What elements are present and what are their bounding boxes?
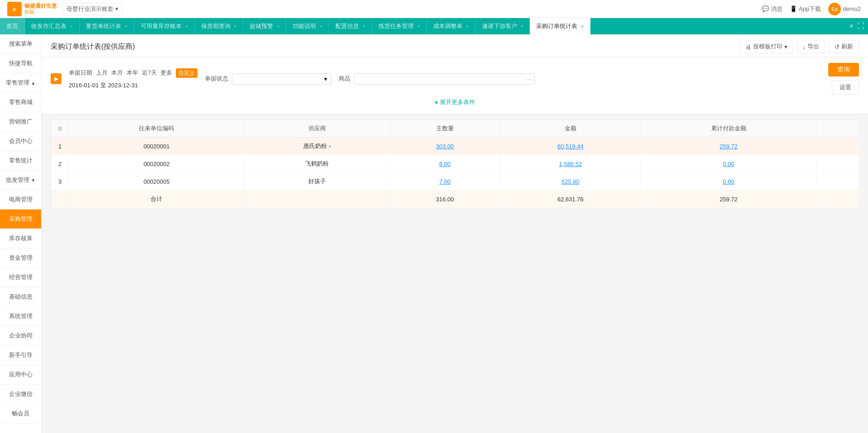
table-header-row: ⚙ 往来单位编码 供应商 主数量 金额 xyxy=(51,120,859,138)
sidebar-item-marketing[interactable]: 营销推广 xyxy=(0,112,41,132)
sidebar-item-member2[interactable]: 畅会员 xyxy=(0,404,41,423)
nav-close-btn[interactable]: × xyxy=(849,22,854,30)
print-icon: 🖨 xyxy=(745,43,751,50)
message-action[interactable]: 💬 消息 xyxy=(762,5,783,13)
page-header: 采购订单统计表(按供应商) 🖨 按模板打印 ▾ ↓ 导出 ↺ 刷新 xyxy=(42,34,868,57)
goods-input-field[interactable] xyxy=(358,76,522,82)
page-title: 采购订单统计表(按供应商) xyxy=(51,42,135,52)
row-3-vendor-code: 00020005 xyxy=(69,173,245,190)
top-bar-right: 💬 消息 📱 App下载 Ea demo2 xyxy=(762,3,861,15)
row-1-vendor-name: 惠氏奶粉 ▾ xyxy=(244,138,390,155)
top-bar: 好 畅捷通好生意 标版 母婴行业演示账套 ▾ 💬 消息 📱 App下载 Ea d… xyxy=(0,0,868,18)
query-button[interactable]: 查询 xyxy=(828,63,859,76)
tab-close-icon[interactable]: × xyxy=(363,24,365,29)
tab-close-active-icon[interactable]: × xyxy=(581,24,584,29)
svg-text:好: 好 xyxy=(12,8,17,12)
table-row: 1 00020001 惠氏奶粉 ▾ 303.00 60,519.44 xyxy=(51,138,859,155)
shortcut-more[interactable]: 更多 xyxy=(160,69,172,77)
sidebar-item-system[interactable]: 系统管理 xyxy=(0,307,41,326)
table-settings-icon[interactable]: ⚙ xyxy=(57,125,63,132)
sidebar-item-quick-nav[interactable]: 快捷导航 xyxy=(0,54,41,73)
sidebar-item-finance[interactable]: 资金管理 xyxy=(0,248,41,268)
tab-close-icon[interactable]: × xyxy=(466,24,469,29)
tab-available-stock[interactable]: 可用量库存账本 × xyxy=(134,18,195,34)
tab-order-summary[interactable]: 要货单统计表 × xyxy=(80,18,134,34)
expand-more-button[interactable]: ▾ 展开更多条件 xyxy=(435,98,475,106)
row-1-no: 1 xyxy=(51,138,69,155)
tab-home[interactable]: 首页 xyxy=(0,18,25,34)
tab-purchase-order-summary[interactable]: 采购订单统计表 × xyxy=(530,18,590,34)
row-1-extra xyxy=(816,138,859,155)
row-2-no: 2 xyxy=(51,155,69,173)
workspace-selector[interactable]: 母婴行业演示账套 ▾ xyxy=(62,3,123,15)
tab-receive-summary[interactable]: 收发存汇总表 × xyxy=(25,18,80,34)
row-1-vendor-code: 00020001 xyxy=(69,138,245,155)
status-select[interactable]: ▾ xyxy=(232,73,331,85)
wholesale-arrow-icon: ▼ xyxy=(31,178,36,183)
tab-expiry-query[interactable]: 保质期查询 × xyxy=(195,18,244,34)
app-icon: 📱 xyxy=(790,5,797,12)
sidebar-item-new-guide[interactable]: 新手引导 xyxy=(0,346,41,365)
tab-close-icon[interactable]: × xyxy=(234,24,237,29)
sidebar-item-purchase[interactable]: 采购管理 xyxy=(0,209,41,229)
tab-close-icon[interactable]: × xyxy=(125,24,127,29)
row-1-qty: 303.00 xyxy=(390,138,500,155)
tab-close-icon[interactable]: × xyxy=(521,24,524,29)
tab-overstock-warning[interactable]: 超储预警 × xyxy=(243,18,286,34)
print-dropdown-icon: ▾ xyxy=(784,43,788,50)
tab-pick-task[interactable]: 拣货任务管理 × xyxy=(372,18,427,34)
shortcut-prev-month[interactable]: 上月 xyxy=(96,69,108,77)
sidebar-item-retail-shop[interactable]: 零售商城 xyxy=(0,93,41,112)
tab-function-desc[interactable]: 功能说明 × xyxy=(286,18,329,34)
sidebar: 搜索菜单 快捷导航 零售管理 ▲ 零售商城 营销推广 会员中心 零售统计 批发管… xyxy=(0,34,42,433)
tab-close-icon[interactable]: × xyxy=(70,24,73,29)
top-bar-left: 好 畅捷通好生意 标版 母婴行业演示账套 ▾ xyxy=(7,2,123,16)
settings-button[interactable]: 设置 xyxy=(832,80,859,95)
row-1-dropdown-icon[interactable]: ▾ xyxy=(329,144,331,149)
goods-input[interactable]: ··· xyxy=(354,73,535,85)
tab-config-info[interactable]: 配置信息 × xyxy=(329,18,372,34)
sidebar-item-retail-manage[interactable]: 零售管理 ▲ xyxy=(0,73,41,93)
tab-close-icon[interactable]: × xyxy=(417,24,420,29)
goods-more-icon[interactable]: ··· xyxy=(526,76,531,82)
refresh-button[interactable]: ↺ 刷新 xyxy=(829,40,859,53)
sidebar-item-enterprise-wechat[interactable]: 企业微信 xyxy=(0,385,41,404)
sidebar-item-wholesale[interactable]: 批发管理 ▼ xyxy=(0,171,41,190)
sidebar-item-ecommerce[interactable]: 电商管理 xyxy=(0,190,41,209)
filter-toggle-button[interactable]: ▶ xyxy=(51,73,61,84)
custom-date-badge: 自定义 xyxy=(176,68,198,78)
tab-cost-adjust[interactable]: 成本调整单 × xyxy=(427,18,476,34)
shortcut-7days[interactable]: 近7天 xyxy=(142,69,157,77)
export-button[interactable]: ↓ 导出 xyxy=(797,40,826,53)
sidebar-item-retail-stats[interactable]: 零售统计 xyxy=(0,151,41,171)
tab-invite-downstream[interactable]: 邀请下游客户 × xyxy=(476,18,530,34)
table-body: 1 00020001 惠氏奶粉 ▾ 303.00 60,519.44 xyxy=(51,138,859,190)
sidebar-item-enterprise-collab[interactable]: 企业协同 xyxy=(0,326,41,346)
shortcut-this-year[interactable]: 本年 xyxy=(127,69,138,77)
tab-close-icon[interactable]: × xyxy=(185,24,188,29)
retail-manage-arrow-icon: ▲ xyxy=(31,81,36,86)
sidebar-item-app-center[interactable]: 应用中心 xyxy=(0,365,41,385)
sidebar-item-basic-info[interactable]: 基础信息 xyxy=(0,287,41,307)
user-profile[interactable]: Ea demo2 xyxy=(828,3,861,15)
sidebar-item-operations[interactable]: 经营管理 xyxy=(0,268,41,287)
footer-total-paid: 259.72 xyxy=(641,190,816,208)
shortcut-this-month[interactable]: 本月 xyxy=(111,69,123,77)
export-icon: ↓ xyxy=(803,43,806,50)
row-3-paid: 0.00 xyxy=(641,173,816,190)
tab-close-icon[interactable]: × xyxy=(277,24,279,29)
th-qty: 主数量 xyxy=(390,120,500,138)
table-row: 2 00020002 飞鹤奶粉 6.00 1,586.52 xyxy=(51,155,859,173)
footer-label: 合计 xyxy=(69,190,245,208)
print-button[interactable]: 🖨 按模板打印 ▾ xyxy=(740,40,793,53)
app-download-action[interactable]: 📱 App下载 xyxy=(790,5,821,13)
message-icon: 💬 xyxy=(762,5,769,12)
tab-close-icon[interactable]: × xyxy=(320,24,322,29)
row-1-amount: 60,519.44 xyxy=(500,138,641,155)
nav-fullscreen-btn[interactable]: ⛶ xyxy=(857,22,864,30)
sidebar-item-member[interactable]: 会员中心 xyxy=(0,132,41,151)
footer-total-qty: 316.00 xyxy=(390,190,500,208)
sidebar-item-search[interactable]: 搜索菜单 xyxy=(0,34,41,54)
filter-row: ▶ 单据日期 上月 本月 本年 近7天 更多 自定义 2016-01-01 至 xyxy=(51,63,859,95)
sidebar-item-inventory[interactable]: 库存核算 xyxy=(0,229,41,248)
